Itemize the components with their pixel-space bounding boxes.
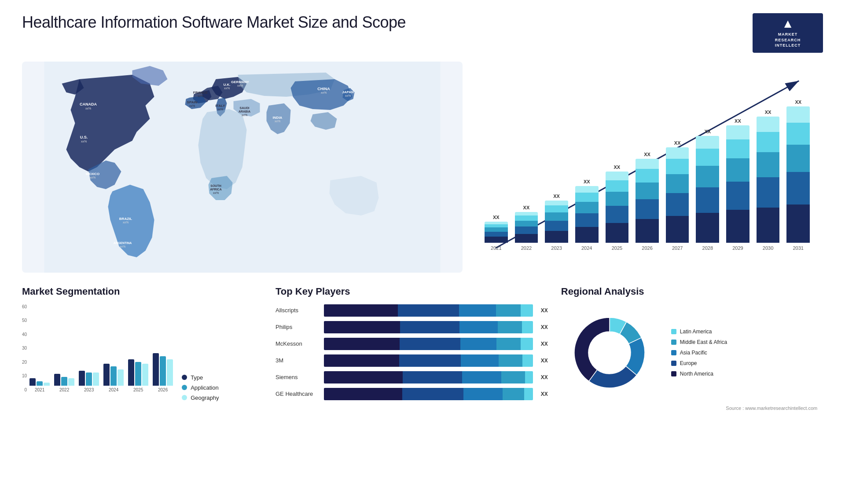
bar-stack-2022 [515,212,538,243]
bar-segment [545,212,568,221]
bar-group-2031: XX2031 [786,99,810,251]
regional-legend-label: Europe [680,360,697,366]
player-bar-segment [400,338,460,350]
seg-triple-2024 [103,364,124,386]
player-bar-stack [324,338,533,350]
bar-segment [515,212,538,215]
svg-text:xx%: xx% [90,176,96,179]
player-bar-segment [324,321,400,333]
bar-year-label: 2023 [551,245,562,251]
bar-segment [575,227,599,243]
seg-bar-application [86,373,92,386]
bar-segment [545,205,568,212]
player-bar-segment [521,338,533,350]
page-title: Healthcare Information Software Market S… [22,13,406,32]
seg-bar-type [128,359,134,386]
bar-group-2027: XX2027 [666,140,689,251]
bar-group-2030: XX2030 [757,110,780,250]
bar-stack-2023 [545,201,568,243]
legend-label-application: Application [191,384,219,391]
bar-group-2026: XX2026 [636,152,659,250]
seg-year-label: 2024 [109,387,118,392]
player-bar-segment [525,371,533,383]
svg-text:SAUDI: SAUDI [240,106,250,110]
player-row: AllscriptsXX [276,304,548,317]
bar-label-2030: XX [765,110,772,115]
svg-text:ITALY: ITALY [216,104,225,108]
player-value: XX [541,374,548,380]
y-label-40: 40 [22,332,27,337]
svg-text:INDIA: INDIA [273,116,283,120]
player-name: Siemens [276,374,320,380]
bar-segment [636,183,659,199]
regional-legend-label: Middle East & Africa [680,339,727,345]
bar-group-2028: XX2028 [696,129,719,251]
svg-text:ARABIA: ARABIA [239,110,250,113]
bar-segment [666,216,689,243]
player-name: Philips [276,324,320,330]
player-bar-segment [400,321,460,333]
player-bar-stack [324,321,533,333]
bar-label-2023: XX [553,194,560,199]
seg-year-label: 2022 [59,387,69,392]
seg-bar-application [135,362,141,385]
regional-legend-color [671,371,676,376]
legend-dot-application [182,385,187,390]
bar-segment [786,106,810,123]
svg-text:xx%: xx% [217,108,223,111]
bar-segment [636,199,659,219]
bar-label-2026: XX [644,152,650,157]
bar-group-2025: XX2025 [606,164,629,251]
bar-segment [606,206,629,223]
regional-legend-color [671,350,676,355]
svg-text:SPAIN: SPAIN [187,100,198,104]
donut-chart-area: Latin AmericaMiddle East & AfricaAsia Pa… [561,304,817,401]
seg-triple-2026 [153,353,173,385]
bar-label-2021: XX [493,215,500,220]
bar-stack-2024 [575,186,599,243]
bar-segment [696,149,719,166]
bar-label-2025: XX [614,164,621,170]
bar-segment [636,169,659,182]
seg-bar-type [103,364,110,386]
svg-text:U.K.: U.K. [224,83,231,87]
seg-year-label: 2026 [158,387,168,392]
player-bar-segment [462,371,502,383]
player-row: PhilipsXX [276,321,548,333]
bar-segment [575,193,599,202]
player-name: GE Healthcare [276,391,320,397]
svg-text:FRANCE: FRANCE [193,91,208,95]
bar-year-label: 2026 [642,245,652,251]
bar-segment [666,147,689,159]
legend-label-type: Type [191,374,203,381]
seg-triple-2022 [54,374,74,386]
svg-text:ARGENTINA: ARGENTINA [114,241,132,245]
seg-triple-2025 [128,359,148,386]
bar-segment [606,192,629,206]
player-bar-wrap [324,371,533,383]
bar-segment [696,187,719,213]
player-bar-segment [324,371,403,383]
bar-segment [606,172,629,180]
bar-year-label: 2030 [763,245,773,251]
bar-segment [696,213,719,243]
regional-legend-item: North America [671,371,727,377]
player-bar-segment [498,321,522,333]
bar-segment [606,180,629,192]
bar-year-label: 2021 [491,245,501,251]
regional-legend-item: Latin America [671,329,727,335]
player-value: XX [541,324,548,330]
bar-segment [575,202,599,213]
bar-label-2031: XX [795,99,801,105]
bar-segment [726,210,749,243]
svg-text:AFRICA: AFRICA [210,188,221,191]
bar-segment [515,221,538,227]
seg-bar-type [29,378,36,386]
regional-legend-color [671,361,676,366]
svg-text:xx%: xx% [237,84,243,87]
seg-bar-group-2023: 2023 [79,371,99,392]
svg-text:xx%: xx% [224,87,230,90]
player-name: Allscripts [276,307,320,314]
bottom-section: Market Segmentation 60 50 40 30 20 10 0 … [22,286,823,411]
bar-segment [666,159,689,174]
